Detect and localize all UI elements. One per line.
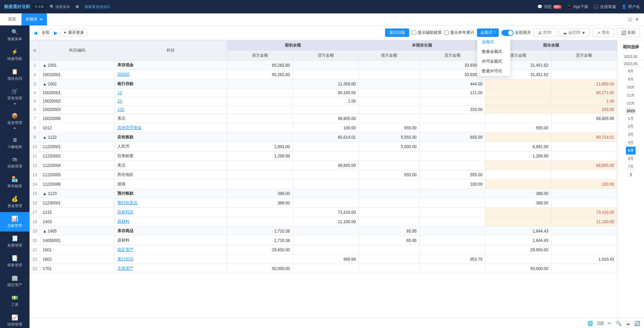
cell-name[interactable]: 其他货币资金 [115, 123, 227, 133]
name-link[interactable]: 122 [117, 107, 124, 112]
cell-name[interactable]: 预付款美元 [115, 198, 227, 208]
cloud-print-btn[interactable]: ☁ 云打印 ▼ [558, 28, 590, 37]
tab-close-btn[interactable]: ✕ [40, 17, 43, 22]
online-service-btn[interactable]: 🎧 在线客服 [594, 4, 616, 10]
table-row[interactable]: 21 1601固定资产29,650.0029,650.00 [30, 245, 617, 255]
table-row[interactable]: 2 10010001回回回65,282.6033,830.9831,451.62 [30, 70, 617, 79]
period-item[interactable]: 7月 [626, 163, 635, 171]
format-option-qty-foreign[interactable]: 数量外币式 [477, 66, 510, 76]
back-old-btn[interactable]: 退回旧版 [385, 28, 409, 37]
table-row[interactable]: 15▲ 1123预付账款389.00389.00 [30, 189, 617, 198]
table-row[interactable]: 4 100200011280,160.00111.0080,271.00 [30, 89, 617, 97]
tab-balance-sheet[interactable]: 余额表 ✕ [21, 13, 47, 25]
period-item[interactable]: 10月 [626, 83, 635, 91]
nav-back-btn[interactable]: ◀ [34, 30, 37, 36]
sidebar-item-general[interactable]: 📊 总账管理 [0, 212, 30, 232]
table-row[interactable]: 19▲ 1405库存商品1,710.3865.951,644.43 [30, 226, 617, 236]
expand-more-btn[interactable]: ▼ 展开更多 [60, 29, 87, 37]
period-year-2023-1[interactable]: 2023.05 [618, 53, 644, 60]
name-link[interactable]: 无形资产 [117, 266, 133, 271]
export-btn[interactable]: ↗ 导出 [593, 28, 614, 37]
table-row[interactable]: 10 11220001人民币1,891.005,000.006,891.00 [30, 142, 617, 151]
period-collapse-btn[interactable]: ❯ [628, 171, 634, 178]
period-item[interactable]: 12月 [626, 100, 635, 108]
name-link[interactable]: 固定资产 [117, 247, 133, 252]
cell-name[interactable]: 回回回 [115, 70, 227, 79]
sync-icon[interactable]: 🔄 [634, 321, 640, 326]
sidebar-item-retail[interactable]: 🛒 零售管理 ▼ [0, 85, 30, 109]
table-row[interactable]: 6 10020003122333.00333.00 [30, 106, 617, 114]
sidebar-item-capital[interactable]: 💰 资金管理 [0, 192, 30, 212]
table-row[interactable]: 3▲ 1002银行存款11,356.00444.0011,800.00 [30, 79, 617, 89]
name-link[interactable]: 回回回 [117, 72, 129, 77]
format-dropdown-btn[interactable]: 金额式 ^ [477, 28, 499, 37]
sidebar-item-wholesale[interactable]: 📦 批发管理 ▼ [0, 109, 30, 134]
table-row[interactable]: 16 11230001预付款美元389.00389.00 [30, 198, 617, 208]
name-link[interactable]: 预付款美元 [117, 200, 138, 205]
table-row[interactable]: 1▲ 1001库存现金65,282.6033,830.9831,451.62 [30, 61, 617, 70]
table-row[interactable]: 18 1403原材料11,100.0011,100.00 [30, 217, 617, 226]
name-link[interactable]: 其他货币资金 [117, 125, 142, 130]
cell-name[interactable]: 23 [115, 97, 227, 106]
cloud-status-icon[interactable]: ☁ [626, 321, 630, 326]
period-item[interactable]: 5月 [626, 147, 635, 155]
sidebar-item-invoice[interactable]: 🧾 发票管理 [0, 232, 30, 252]
sidebar-item-assets[interactable]: 🏢 固定资产 [0, 271, 30, 291]
balance-table-container[interactable]: ⚙ 科目编码 科目 期初余额 本期发生额 期末余额 借方金额 贷方金额 借方金额 [30, 40, 617, 318]
period-item[interactable]: 4月 [626, 139, 635, 147]
sidebar-item-purchase[interactable]: 🛍 采购管理 [0, 153, 30, 173]
keyboard-icon[interactable]: ⌨ [597, 321, 604, 326]
period-item[interactable]: 2023 [626, 108, 635, 115]
cell-name[interactable]: 固定资产 [115, 245, 227, 255]
table-row[interactable]: 23 1701无形资产50,000.0050,000.00 [30, 264, 617, 273]
sidebar-item-tax[interactable]: 📑 税务管理 [0, 252, 30, 271]
table-row[interactable]: 22 1602累计折旧956.68953.751,910.43 [30, 255, 617, 264]
zoom-icon[interactable]: 🔍 [616, 321, 622, 326]
expand-all-switch[interactable] [501, 30, 514, 36]
format-option-qty-amount[interactable]: 数量金额式 [477, 47, 510, 57]
period-item[interactable]: 8月 [626, 67, 635, 75]
period-item[interactable]: 6月 [626, 155, 635, 163]
print-btn[interactable]: 🖨 打印 [534, 28, 556, 37]
show-auxiliary-checkbox[interactable]: 显示辅助核算 [412, 30, 442, 36]
refresh-btn[interactable]: 🔄 刷新 [617, 28, 640, 37]
cell-name[interactable]: 原材料 [115, 217, 227, 226]
sidebar-item-inventory[interactable]: 🏪 库存核算 [0, 173, 30, 192]
table-row[interactable]: 17 1132应收利息73,416.0073,416.00 [30, 208, 617, 217]
period-item[interactable]: 1月 [626, 115, 635, 123]
show-ytd-checkbox[interactable]: 显示本年累计 [444, 30, 474, 36]
tab-home[interactable]: 首页 [3, 13, 21, 25]
cell-name[interactable]: 12 [115, 89, 227, 97]
settings-icon[interactable]: ⚙ [75, 4, 79, 9]
demo-btn[interactable]: 我要看实例演示 [85, 4, 110, 9]
name-link[interactable]: 累计折旧 [117, 257, 133, 261]
table-row[interactable]: 14 11220006游戏100.00100.00 [30, 180, 617, 189]
name-link[interactable]: 12 [117, 90, 122, 95]
nav-forward-btn[interactable]: ▶ [54, 30, 58, 36]
cell-name[interactable]: 122 [115, 106, 227, 114]
name-link[interactable]: 原材料 [117, 219, 129, 224]
period-item[interactable]: 11月 [626, 91, 635, 100]
table-row[interactable]: 12 11220004美元68,805.0068,805.00 [30, 161, 617, 170]
period-item[interactable]: 2月 [626, 123, 635, 131]
table-row[interactable]: 9▲ 1122应收账款65,614.015,555.00655.0060,714… [30, 133, 617, 142]
restore-btn[interactable]: ⬜ [628, 17, 633, 22]
table-row[interactable]: 13 11220005所在地区555.00555.00 [30, 170, 617, 180]
sidebar-item-search[interactable]: 🔍 搜索菜单 [0, 25, 30, 45]
cell-name[interactable]: 累计折旧 [115, 255, 227, 264]
sidebar-item-operation[interactable]: 📈 经营管理 [0, 311, 30, 328]
sidebar-item-ecommerce[interactable]: 🖥 小畅电商 [0, 134, 30, 153]
table-row[interactable]: 5 10020002231.001.00 [30, 97, 617, 106]
period-item[interactable]: 3月 [626, 131, 635, 139]
table-row[interactable]: 7 10020006美元68,805.0068,805.00 [30, 114, 617, 123]
translate-icon[interactable]: 🌐 [587, 321, 593, 326]
name-link[interactable]: 应收利息 [117, 210, 133, 214]
sidebar-item-project[interactable]: 📋 项目合同 [0, 65, 30, 85]
cell-name[interactable]: 无形资产 [115, 264, 227, 273]
sidebar-item-quicknav[interactable]: ⚡ 快捷导航 [0, 45, 30, 65]
format-option-foreign-amount[interactable]: 外币金额式 [477, 57, 510, 66]
sidebar-item-salary[interactable]: 💵 工资 [0, 291, 30, 311]
table-row[interactable]: 20 14050001原材料1,710.3865.951,644.43 [30, 236, 617, 245]
message-btn[interactable]: 💬 消息 99+ [537, 4, 561, 10]
name-link[interactable]: 23 [117, 99, 122, 104]
